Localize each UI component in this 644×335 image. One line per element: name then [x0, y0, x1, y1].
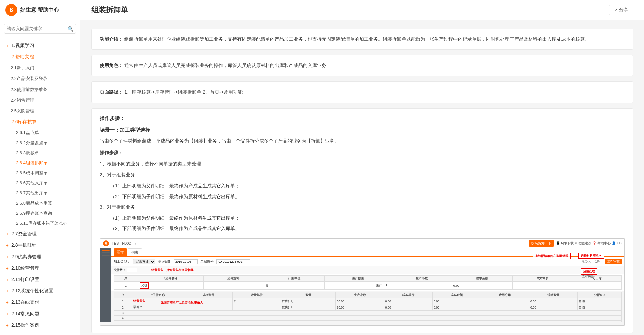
sidebar-item-install[interactable]: 2.2产品安装及登录: [0, 73, 80, 84]
sidebar-item-sales[interactable]: 2.4销售管理: [0, 95, 80, 106]
mobile-plus-icon: ＋: [5, 243, 9, 248]
sim-lrow5-rest: [184, 321, 621, 323]
sim-date-label: 单据日期: [158, 259, 171, 264]
sim-th-1: 序: [114, 276, 138, 282]
sidebar-item-partial-stocktake[interactable]: 2.6.2分量盘点单: [0, 138, 80, 148]
sim-num-input[interactable]: [216, 259, 250, 264]
sidebar-item-assembly[interactable]: 2.6.4组装拆卸单: [0, 158, 80, 168]
sim-lrow1-cu: 0.00: [384, 298, 432, 304]
sim-lrow2-con: 0.00: [529, 304, 578, 311]
sim-num-label: 单据编号: [200, 259, 214, 264]
plus-icon: ＋: [5, 43, 9, 49]
step2: 2、对于组装业务: [100, 171, 625, 179]
sidebar-item-help-docs[interactable]: － 2.帮助文档: [0, 51, 80, 63]
share-label: 分享: [619, 7, 628, 13]
annotation3-box: 启用处理 立即审核▼: [581, 268, 597, 278]
sidebar-item-cost-recalc[interactable]: 2.6.8商品成本重算: [0, 198, 80, 208]
sim-orange-btn[interactable]: 拆装拆卸一下: [529, 240, 554, 247]
sim-td-row1-1: 1: [114, 282, 138, 290]
annotation4-box: 无固定清单可以组装在这里录入: [161, 301, 203, 305]
sidebar-item-stocktake[interactable]: 2.6.1盘点单: [0, 128, 80, 138]
sim-select-box: 选择材料清单▼: [578, 253, 604, 259]
sim-td-row1-name: 光机: [138, 282, 204, 290]
sim-screenshot: 6 TEST-H002 ▼ 拆装拆卸一下 📱 App下载 ✉ 功能建议 ❓ 帮助…: [100, 238, 625, 326]
sim-th-unit: 计量单位: [264, 276, 324, 282]
search-wrap: 🔍: [4, 24, 76, 34]
anno3-text: 启用处理: [583, 270, 595, 273]
sidebar-item-other-in[interactable]: 2.6.6其他入库单: [0, 178, 80, 188]
faq-plus-icon: ＋: [5, 311, 9, 317]
scenario1-title: 场景一：加工类型选择: [100, 127, 625, 133]
assemble-item-1: （1）上部明细为父件明细，最终作为产成品生成其它入库单；: [110, 182, 625, 190]
sidebar-item-coupon[interactable]: ＋ 2.9优惠券管理: [0, 251, 80, 263]
sim-td-row1-spec: [203, 282, 264, 290]
sidebar-item-inventory-fix[interactable]: 2.6.10库存账本错了怎么办: [0, 218, 80, 228]
share-icon: ↗: [614, 8, 618, 12]
sim-lrow4-rest: [184, 316, 621, 321]
sim-td-row1-qty: 生产 + 1...: [324, 282, 391, 290]
sidebar-item-other-out[interactable]: 2.6.7其他出库单: [0, 188, 80, 198]
app-name: 好生意 帮助中心: [20, 7, 59, 14]
print-plus-icon: ＋: [5, 277, 9, 283]
sidebar-item-finance[interactable]: ＋ 2.7资金管理: [0, 228, 80, 240]
sim-td-row1-cost: 0.00: [452, 282, 512, 290]
assemble-item-2: （2）下部明细为子件明细，最终作为原材料生成其它出库单。: [110, 192, 625, 201]
sidebar-item-payment[interactable]: ＋ 2.13在线支付: [0, 297, 80, 308]
role-label: 使用角色：: [100, 63, 123, 68]
sidebar-item-purchase[interactable]: 2.5采购管理: [0, 106, 80, 116]
sidebar-item-inventory-query[interactable]: 2.6.9库存账本查询: [0, 208, 80, 218]
sidebar-item-transfer[interactable]: 2.6.3调拨单: [0, 148, 80, 158]
sim-count-input[interactable]: [127, 268, 137, 272]
sim-tab-new[interactable]: 新增: [114, 248, 127, 256]
payment-plus-icon: ＋: [5, 300, 9, 305]
sim-body: 新增 列表 加工类型： 组装整机 拆卸整机 单据日期: [100, 248, 624, 322]
sim-tab-list[interactable]: 列表: [128, 248, 142, 256]
role-card: 使用角色： 通常由生产人员或库管人员完成拆装业务的操作，库管人员确认原材料的出库…: [91, 55, 633, 76]
sim-lrow1-con: 0.00: [529, 298, 578, 304]
sim-save-btn[interactable]: 立即审核: [605, 259, 622, 264]
sim-id: TEST-H002: [112, 241, 131, 245]
anno3-inner: 启用处理: [581, 268, 597, 275]
sidebar-item-inventory[interactable]: － 2.6库存核算: [0, 116, 80, 128]
main: 组装拆卸单 ↗ 分享 功能介绍： 组装拆卸单用来处理企业组装或拆卸等加工业务，支…: [80, 0, 644, 335]
sidebar-item-customize[interactable]: ＋ 2.12系统个性化设置: [0, 285, 80, 297]
sim-lth-1: 序: [114, 292, 132, 298]
sim-lth-child: *子件名称: [132, 292, 184, 298]
sim-lrow1-num: 1: [114, 298, 132, 304]
finance-plus-icon: ＋: [5, 231, 9, 237]
sidebar-item-beginner[interactable]: 2.1新手入门: [0, 63, 80, 73]
sim-top-right: 拆装拆卸一下 📱 App下载 ✉ 功能建议 ❓ 帮助中心 👤 CC: [529, 240, 622, 247]
intro-card: 功能介绍： 组装拆卸单用来处理企业组装或拆卸等加工业务，支持有固定装配清单的产品…: [91, 29, 633, 50]
sim-anno-label: 组装业务: [133, 299, 145, 303]
sidebar-item-data-prep[interactable]: 2.3使用前数据准备: [0, 84, 80, 95]
search-input[interactable]: [4, 24, 76, 34]
ops-title: 操作步骤：: [100, 115, 625, 122]
sim-upper-table-area: 序 *父件名称 父件规格 计量单位 生产数量 生产小数 成本金额 成本单价: [111, 274, 624, 291]
sim-lth-costamt: 成本金额: [432, 292, 481, 298]
ops-plus-icon: ＋: [5, 266, 9, 271]
sim-th-prod-dec: 生产小数: [391, 276, 452, 282]
path-label: 页面路径：: [100, 89, 123, 95]
sim-lower-section: 序 *子件名称 规格型号 计量单位 数量 生产小数 成本单价 成本金额: [111, 291, 624, 322]
sim-icons: 📱 App下载 ✉ 功能建议 ❓ 帮助中心 👤 CC: [556, 241, 622, 246]
sidebar-item-cases[interactable]: ＋ 2.15操作案例: [0, 320, 80, 331]
sim-lth-spec: 规格型号: [184, 292, 232, 298]
sim-left-nav: [100, 248, 111, 322]
path-text: 1、库存核算->库存管理->组装拆卸单 2、首页->常用功能: [124, 89, 243, 95]
sim-date-input[interactable]: [174, 259, 198, 264]
step1: 1、根据不同的业务，选择不同单据的类型来处理: [100, 160, 625, 168]
sidebar-item-print[interactable]: ＋ 2.11打印设置: [0, 274, 80, 285]
sidebar-item-faq[interactable]: ＋ 2.14常见问题: [0, 308, 80, 320]
sim-lrow2-unit: [232, 304, 281, 311]
sim-right-info: 经办人 仓库: [582, 259, 603, 264]
sidebar-item-ops[interactable]: ＋ 2.10经营管理: [0, 263, 80, 274]
sidebar-item-cost-adj[interactable]: 2.6.5成本调整单: [0, 168, 80, 178]
annotation-select-area: 选择材料清单▼: [578, 253, 604, 259]
sim-th-spec: 父件规格: [203, 276, 264, 282]
sim-annotation-bar: 父件数： 组装业务、拆卸业务在这里切换: [111, 266, 624, 274]
sim-type-select[interactable]: 组装整机 拆卸整机: [133, 259, 155, 264]
sidebar-item-video[interactable]: ＋ 1.视频学习: [0, 40, 80, 51]
sim-lrow3-num: 3: [114, 311, 132, 316]
share-button[interactable]: ↗ 分享: [609, 5, 633, 15]
sidebar-item-mobile[interactable]: ＋ 2.8手机旺铺: [0, 240, 80, 251]
